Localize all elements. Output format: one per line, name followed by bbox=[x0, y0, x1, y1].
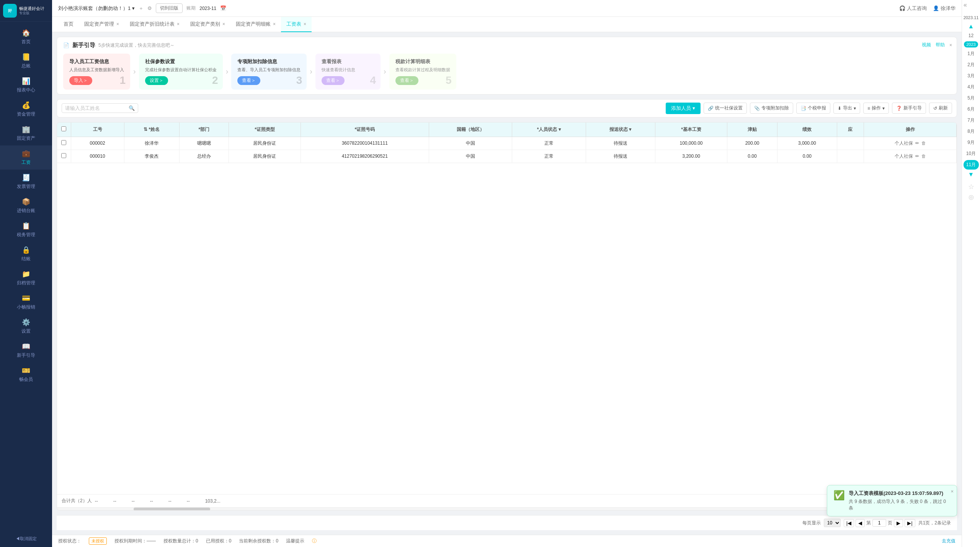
export-button[interactable]: ⬇ 导出 ▾ bbox=[833, 103, 860, 114]
tab-payroll[interactable]: 工资表 × bbox=[281, 17, 312, 32]
row-1-apply bbox=[837, 137, 864, 150]
wizard-help-icon: ❓ bbox=[896, 106, 902, 111]
sidebar-item-archive[interactable]: 📁 归档管理 bbox=[0, 266, 52, 290]
month-7[interactable]: 7月 bbox=[964, 116, 979, 125]
row-1-delete-icon[interactable]: 🗑 bbox=[921, 140, 926, 146]
special-deduct-button[interactable]: 📎 专项附加扣除 bbox=[750, 103, 793, 114]
toast-close-button[interactable]: × bbox=[951, 488, 954, 494]
step-3-title: 专项附加扣除信息 bbox=[237, 58, 301, 65]
sidebar-item-ledger[interactable]: 📒 总账 bbox=[0, 49, 52, 73]
month-2[interactable]: 2月 bbox=[964, 60, 979, 70]
page-input[interactable] bbox=[872, 519, 886, 527]
month-10[interactable]: 10月 bbox=[964, 149, 979, 158]
month-6[interactable]: 6月 bbox=[964, 105, 979, 114]
last-page-button[interactable]: ▶| bbox=[905, 519, 915, 527]
month-1[interactable]: 1月 bbox=[964, 49, 979, 59]
consultant-button[interactable]: 🎧 人工咨询 bbox=[899, 5, 927, 12]
month-11[interactable]: 11月 bbox=[964, 160, 979, 170]
year-down-arrow[interactable]: ▼ bbox=[968, 171, 974, 178]
row-1-checkbox[interactable] bbox=[61, 140, 66, 145]
row-1-edit-icon[interactable]: ✏ bbox=[915, 140, 919, 146]
row-2-delete-icon[interactable]: 🗑 bbox=[921, 153, 926, 159]
close-tab-asset-category[interactable]: × bbox=[222, 21, 225, 27]
sidebar-item-wizard[interactable]: 📖 新手引导 bbox=[0, 338, 52, 362]
account-selector[interactable]: 刘小艳演示账套（勿删勿动！）1 ▾ bbox=[58, 5, 135, 12]
sidebar-item-payroll[interactable]: 💼 工资 bbox=[0, 145, 52, 170]
sidebar-item-member[interactable]: 🎫 畅会员 bbox=[0, 362, 52, 387]
settings-gear-icon[interactable]: ⚙ bbox=[147, 5, 152, 11]
row-1-social-link[interactable]: 个人社保 bbox=[895, 140, 913, 147]
step-1-button[interactable]: 导入＞ bbox=[69, 76, 92, 85]
step-4-button[interactable]: 查看＞ bbox=[322, 76, 345, 85]
row-2-checkbox[interactable] bbox=[61, 153, 66, 158]
activate-link[interactable]: 去充值 bbox=[942, 538, 956, 544]
col-header-performance: 绩效 bbox=[777, 122, 837, 137]
sidebar-item-tax[interactable]: 📋 税务管理 bbox=[0, 218, 52, 242]
footer-total-label: 合计共（2）人 bbox=[62, 498, 92, 504]
close-panel-button[interactable]: « bbox=[964, 2, 967, 8]
operations-button[interactable]: ≡ 操作 ▾ bbox=[863, 103, 889, 114]
calendar-icon[interactable]: 📅 bbox=[220, 5, 226, 11]
month-5[interactable]: 5月 bbox=[964, 93, 979, 103]
month-3[interactable]: 3月 bbox=[964, 71, 979, 81]
first-page-button[interactable]: |◀ bbox=[844, 519, 854, 527]
row-1-name[interactable]: 徐泽华 bbox=[124, 137, 179, 150]
sidebar-item-fixed-assets[interactable]: 🏢 固定资产 bbox=[0, 121, 52, 145]
close-tab-payroll[interactable]: × bbox=[304, 21, 306, 27]
sidebar-item-invoices[interactable]: 🧾 发票管理 bbox=[0, 170, 52, 194]
select-all-checkbox[interactable] bbox=[61, 126, 66, 131]
per-page-select[interactable]: 10 20 50 bbox=[824, 519, 841, 527]
social-security-button[interactable]: 🔗 统一社保设置 bbox=[704, 103, 747, 114]
help-link[interactable]: 帮助 bbox=[936, 42, 945, 48]
personal-tax-button[interactable]: 📑 个税申报 bbox=[796, 103, 830, 114]
wizard-button[interactable]: ❓ 新手引导 bbox=[892, 103, 926, 114]
add-employee-button[interactable]: 添加人员 ▾ bbox=[666, 103, 701, 114]
sidebar-item-settings[interactable]: ⚙️ 设置 bbox=[0, 314, 52, 338]
cancel-fixed-button[interactable]: ◀取消固定 bbox=[3, 534, 49, 544]
close-tab-asset-detail[interactable]: × bbox=[273, 21, 276, 27]
row-2-action-icons: 个人社保 ✏ 🗑 bbox=[867, 153, 953, 160]
sidebar-item-close[interactable]: 🔒 结账 bbox=[0, 242, 52, 266]
step-3-button[interactable]: 查看＞ bbox=[237, 76, 260, 85]
close-tab-depreciation[interactable]: × bbox=[177, 21, 180, 27]
old-version-button[interactable]: 切到旧版 bbox=[156, 3, 183, 13]
month-4[interactable]: 4月 bbox=[964, 82, 979, 92]
tab-depreciation[interactable]: 固定资产折旧统计表 × bbox=[124, 17, 185, 32]
user-profile[interactable]: 👤 徐泽华 bbox=[933, 5, 956, 12]
wizard-step-1: 导入员工工资信息 人员信息及工资数据新增导入 导入＞ 1 bbox=[63, 54, 130, 90]
sidebar-item-reports[interactable]: 📊 报表中心 bbox=[0, 73, 52, 97]
refresh-button[interactable]: ↺ 刷新 bbox=[929, 103, 952, 114]
col-header-action: 操作 bbox=[864, 122, 957, 137]
close-tab-fixed-assets-mgmt[interactable]: × bbox=[116, 21, 119, 27]
tab-asset-detail[interactable]: 固定资产明细账 × bbox=[230, 17, 281, 32]
search-icon[interactable]: 🔍 bbox=[129, 105, 135, 111]
row-2-edit-icon[interactable]: ✏ bbox=[915, 153, 919, 159]
year-up-arrow[interactable]: ▲ bbox=[968, 23, 974, 30]
month-9[interactable]: 9月 bbox=[964, 138, 979, 147]
horizontal-scrollbar[interactable] bbox=[57, 507, 957, 510]
table-scroll-area[interactable]: 工号 ⇅ *姓名 *部门 *证照类型 *证照号码 国籍（地区） *人员状态 bbox=[57, 122, 957, 495]
wizard-icon: 📖 bbox=[22, 342, 30, 351]
sidebar-item-expense[interactable]: 💳 小畅报销 bbox=[0, 290, 52, 314]
tab-home[interactable]: 首页 bbox=[58, 17, 79, 32]
tab-asset-category[interactable]: 固定资产类别 × bbox=[185, 17, 230, 32]
step-2-button[interactable]: 设置＞ bbox=[145, 76, 168, 85]
search-input[interactable] bbox=[65, 105, 126, 111]
sidebar-item-inventory[interactable]: 📦 进销台账 bbox=[0, 194, 52, 218]
add-account-icon[interactable]: ＋ bbox=[139, 5, 144, 12]
month-12[interactable]: 12 bbox=[964, 31, 979, 40]
step-5-button[interactable]: 查看＞ bbox=[395, 76, 418, 85]
row-2-name[interactable]: 李俊杰 bbox=[124, 150, 179, 163]
wizard-close-button[interactable]: × bbox=[949, 42, 952, 48]
month-8[interactable]: 8月 bbox=[964, 127, 979, 136]
year-badge[interactable]: 2023 bbox=[964, 41, 978, 47]
next-page-button[interactable]: ▶ bbox=[894, 519, 903, 527]
row-2-social-link[interactable]: 个人社保 bbox=[895, 153, 913, 160]
prev-page-button[interactable]: ◀ bbox=[856, 519, 865, 527]
favorite-icon[interactable]: ☆ bbox=[968, 183, 974, 191]
sidebar-item-home[interactable]: 🏠 首页 bbox=[0, 25, 52, 49]
sidebar-item-funds[interactable]: 💰 资金管理 bbox=[0, 97, 52, 121]
refresh-icon: ↺ bbox=[933, 106, 937, 111]
tab-fixed-assets-mgmt[interactable]: 固定资产管理 × bbox=[79, 17, 124, 32]
video-link[interactable]: 视频 bbox=[922, 42, 931, 48]
